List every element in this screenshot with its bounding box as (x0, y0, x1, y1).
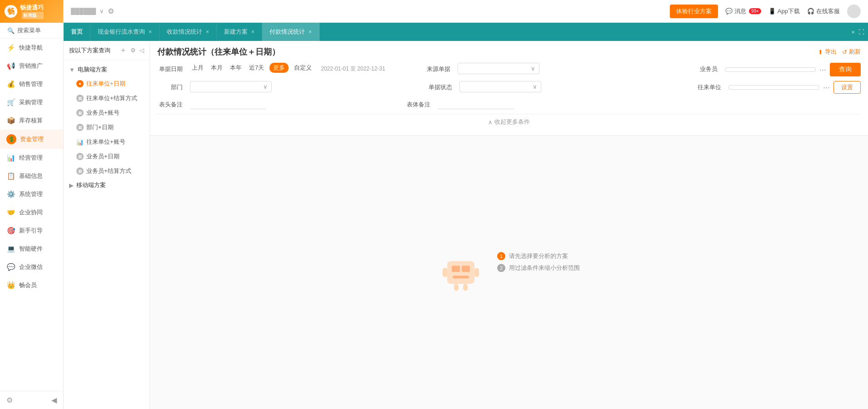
online-service-label: 在线客服 (816, 7, 840, 15)
sidebar-item-system[interactable]: ⚙️ 系统管理 (0, 185, 63, 203)
sidebar-item-marketing[interactable]: 📢 营销推广 (0, 57, 63, 75)
sidebar-item-inventory[interactable]: 📦 库存核算 (0, 111, 63, 130)
page-title: 付款情况统计（往来单位＋日期） (157, 46, 280, 57)
settings-btn[interactable]: 设置 (833, 81, 861, 94)
salesperson-select[interactable] (725, 67, 816, 72)
sidebar-item-operation[interactable]: 📊 经营管理 (0, 149, 63, 167)
online-service-btn[interactable]: 🎧 在线客服 (807, 7, 840, 15)
desktop-group-header[interactable]: ▼ 电脑端方案 (64, 63, 150, 76)
settings-btn[interactable]: ⚙ (6, 396, 13, 404)
dept-select[interactable]: ∨ (190, 81, 272, 92)
date-this-year[interactable]: 本年 (228, 63, 244, 73)
operation-label: 经营管理 (19, 154, 43, 162)
tab-home[interactable]: 首页 (64, 23, 90, 41)
scheme-item-3[interactable]: ▦ 部门+日期 (64, 120, 150, 135)
body-note-input[interactable] (438, 98, 514, 109)
trial-btn[interactable]: 体验行业方案 (670, 5, 718, 18)
topbar-settings-icon[interactable]: ⚙ (108, 7, 114, 15)
system-icon: ⚙️ (6, 190, 15, 199)
tab-cashflow-close[interactable]: × (149, 29, 152, 35)
export-btn[interactable]: ⬆ 导出 (818, 48, 837, 56)
scheme-settings-btn[interactable]: ⚙ (130, 47, 136, 54)
hardware-icon: 💻 (6, 244, 15, 253)
collapse-bar[interactable]: ∧ 收起更多条件 (157, 114, 861, 130)
fullscreen-btn[interactable]: ⛶ (858, 29, 864, 35)
empty-step2: 2 用过滤条件来缩小分析范围 (497, 264, 580, 272)
counterpart-dots[interactable]: ··· (823, 83, 830, 92)
collapse-label: 收起更多条件 (494, 118, 530, 126)
sidebar-item-basic[interactable]: 📋 基础信息 (0, 167, 63, 185)
tab-collection[interactable]: 收款情况统计 × (160, 23, 217, 41)
query-btn[interactable]: 查询 (830, 63, 861, 76)
search-menu[interactable]: 🔍 搜索菜单 (0, 23, 63, 39)
sidebar: 畅 畅捷通巧 标准版 🔍 搜索菜单 ⚡ 快捷导航 📢 营销推广 💰 销售管理 🛒… (0, 0, 64, 409)
version-badge: 标准版 (22, 12, 44, 19)
close-all-tabs[interactable]: × (851, 29, 855, 35)
scheme-item-5[interactable]: ▦ 业务员+日期 (64, 149, 150, 164)
scheme-item-1[interactable]: ▦ 往来单位+结算方式 (64, 91, 150, 106)
app-download-btn[interactable]: 📱 App下载 (768, 7, 800, 15)
sidebar-item-purchase[interactable]: 🛒 采购管理 (0, 93, 63, 111)
sidebar-item-guide[interactable]: 🎯 新手引导 (0, 222, 63, 240)
date-7days[interactable]: 近7天 (247, 63, 266, 73)
sidebar-item-finance[interactable]: 💲 资金管理 (0, 130, 63, 149)
counterpart-select[interactable] (728, 85, 819, 90)
date-this-month[interactable]: 本月 (209, 63, 224, 73)
svg-rect-2 (462, 266, 470, 272)
date-custom[interactable]: 自定义 (292, 63, 314, 73)
voucher-status-select[interactable]: ∨ (459, 81, 541, 92)
header-note-input[interactable] (190, 98, 266, 109)
page-content: 按以下方案查询 ＋ ⚙ ◁ ▼ 电脑端方案 ● 往来单位+日期 ▦ (64, 41, 868, 409)
sidebar-item-hardware[interactable]: 💻 智能硬件 (0, 240, 63, 258)
svg-rect-6 (454, 284, 459, 291)
tab-collection-close[interactable]: × (206, 29, 209, 35)
right-panel: 付款情况统计（往来单位＋日期） ⬆ 导出 ↺ 刷新 单据日期 (150, 41, 868, 409)
tab-cashflow[interactable]: 现金银行流水查询 × (90, 23, 160, 41)
filter-row-3: 表头备注 表体备注 (157, 98, 861, 109)
svg-rect-4 (443, 268, 447, 277)
page-title-row: 付款情况统计（往来单位＋日期） ⬆ 导出 ↺ 刷新 (157, 46, 861, 57)
refresh-btn[interactable]: ↺ 刷新 (842, 48, 861, 56)
guide-label: 新手引导 (19, 227, 43, 235)
mobile-expand-icon: ▶ (69, 182, 74, 189)
mobile-group-header[interactable]: ▶ 移动端方案 (64, 178, 150, 192)
sidebar-item-cooperation[interactable]: 🤝 企业协同 (0, 203, 63, 222)
salesperson-label: 业务员 (692, 63, 718, 73)
sidebar-item-wechat[interactable]: 💬 企业微信 (0, 258, 63, 276)
messages-btn[interactable]: 💬 消息 99+ (725, 7, 761, 15)
salesperson-dots[interactable]: ··· (819, 65, 826, 75)
scheme-label-1: 往来单位+结算方式 (86, 94, 137, 102)
main-content: ██████ ∨ ⚙ 体验行业方案 💬 消息 99+ 📱 App下载 🎧 在线客… (64, 0, 868, 409)
operation-icon: 📊 (6, 153, 15, 162)
collapse-panel-btn[interactable]: ◁ (140, 47, 144, 54)
date-more[interactable]: 更多 (269, 63, 289, 73)
sidebar-item-sales[interactable]: 💰 销售管理 (0, 75, 63, 93)
sidebar-item-quick-nav[interactable]: ⚡ 快捷导航 (0, 39, 63, 57)
add-scheme-btn[interactable]: ＋ (120, 45, 127, 55)
source-select[interactable]: ∨ (458, 63, 539, 74)
wechat-icon: 💬 (6, 263, 15, 272)
collapse-sidebar-btn[interactable]: ◀ (51, 396, 57, 404)
source-arrow: ∨ (531, 65, 535, 72)
marketing-icon: 📢 (6, 61, 15, 71)
scheme-item-0[interactable]: ● 往来单位+日期 (64, 76, 150, 91)
purchase-label: 采购管理 (19, 98, 43, 106)
tab-payment-label: 付款情况统计 (269, 28, 305, 36)
scheme-item-4[interactable]: 📊 往来单位+账号 (64, 135, 150, 149)
user-display: ██████ (71, 8, 96, 15)
tab-payment-close[interactable]: × (309, 29, 312, 35)
dropdown-arrow[interactable]: ∨ (100, 8, 104, 15)
tab-payment[interactable]: 付款情况统计 × (262, 23, 319, 41)
system-label: 系统管理 (19, 190, 43, 198)
panel-header-icons: ＋ ⚙ ◁ (120, 45, 144, 55)
scheme-icon-1: ▦ (76, 95, 84, 102)
sidebar-item-member[interactable]: 👑 畅会员 (0, 276, 63, 294)
avatar[interactable] (847, 5, 861, 18)
panel-title: 按以下方案查询 (69, 46, 110, 55)
scheme-item-2[interactable]: ▦ 业务员+账号 (64, 106, 150, 120)
tab-new-scheme[interactable]: 新建方案 × (217, 23, 262, 41)
date-last-month[interactable]: 上月 (190, 63, 205, 73)
scheme-item-6[interactable]: ▦ 业务员+结算方式 (64, 164, 150, 178)
tab-new-scheme-close[interactable]: × (251, 29, 254, 35)
scheme-icon-4: 📊 (76, 138, 84, 146)
